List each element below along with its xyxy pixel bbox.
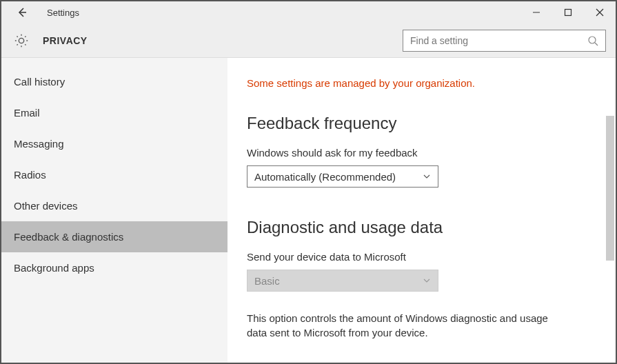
minimize-icon: [532, 8, 540, 17]
scrollbar-thumb[interactable]: [606, 116, 614, 261]
search-box[interactable]: [403, 30, 606, 52]
feedback-frequency-value: Automatically (Recommended): [254, 171, 396, 183]
back-button[interactable]: [11, 1, 33, 23]
main-panel: Some settings are managed by your organi…: [227, 58, 616, 363]
sidebar-item-messaging[interactable]: Messaging: [1, 128, 227, 159]
diagnostic-data-value: Basic: [254, 275, 280, 287]
scrollbar[interactable]: [606, 116, 614, 364]
diagnostic-data-title: Diagnostic and usage data: [247, 218, 596, 237]
close-button[interactable]: [584, 1, 616, 23]
minimize-button[interactable]: [520, 1, 552, 23]
diagnostic-data-dropdown: Basic: [247, 270, 438, 292]
svg-line-6: [595, 43, 598, 46]
sidebar-item-email[interactable]: Email: [1, 97, 227, 128]
feedback-frequency-dropdown[interactable]: Automatically (Recommended): [247, 165, 438, 188]
svg-point-5: [589, 37, 596, 43]
sidebar-item-other-devices[interactable]: Other devices: [1, 190, 227, 221]
managed-by-org-note: Some settings are managed by your organi…: [247, 77, 596, 89]
header: PRIVACY: [1, 23, 616, 58]
svg-rect-2: [565, 10, 572, 16]
sidebar: Call history Email Messaging Radios Othe…: [1, 58, 227, 363]
sidebar-item-radios[interactable]: Radios: [1, 159, 227, 190]
back-arrow-icon: [17, 7, 28, 18]
search-icon: [587, 35, 598, 46]
chevron-down-icon: [423, 276, 431, 285]
gear-icon: [14, 33, 29, 48]
diagnostic-data-description: This option controls the amount of Windo…: [247, 311, 571, 340]
search-input[interactable]: [410, 35, 587, 46]
chevron-down-icon: [423, 172, 431, 181]
close-icon: [596, 8, 604, 17]
feedback-frequency-label: Windows should ask for my feedback: [247, 147, 596, 159]
feedback-frequency-title: Feedback frequency: [247, 114, 596, 133]
window-title: Settings: [47, 8, 79, 18]
content: Call history Email Messaging Radios Othe…: [1, 58, 616, 363]
page-title: PRIVACY: [43, 35, 88, 46]
sidebar-item-cut: [1, 59, 227, 66]
titlebar: Settings: [1, 1, 616, 23]
diagnostic-data-label: Send your device data to Microsoft: [247, 251, 596, 263]
window-controls: [520, 1, 616, 23]
sidebar-item-feedback-diagnostics[interactable]: Feedback & diagnostics: [1, 221, 227, 252]
sidebar-item-background-apps[interactable]: Background apps: [1, 252, 227, 283]
maximize-button[interactable]: [552, 1, 584, 23]
maximize-icon: [564, 8, 572, 17]
sidebar-item-call-history[interactable]: Call history: [1, 66, 227, 97]
